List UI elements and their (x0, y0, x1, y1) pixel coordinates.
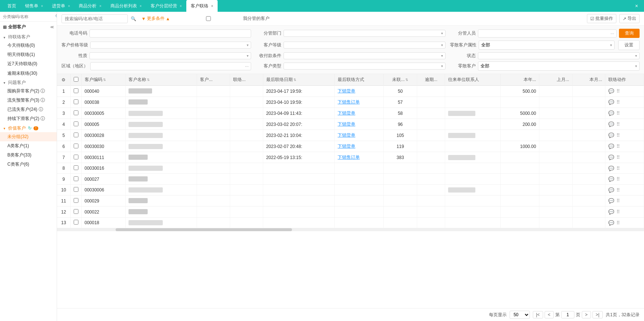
last-way-link[interactable]: 下销货单 (338, 88, 355, 94)
call-icon[interactable]: 💬 (608, 133, 614, 138)
menu-icon[interactable]: ⠿ (616, 209, 620, 215)
menu-icon[interactable]: ⠿ (616, 121, 620, 127)
menu-icon[interactable]: ⠿ (616, 198, 620, 204)
phone-input[interactable] (89, 29, 251, 38)
reset-btn[interactable]: 设置 (618, 40, 640, 50)
row-checkbox[interactable] (74, 133, 78, 137)
cust-type-select[interactable]: ▾ (284, 63, 445, 70)
more-icon[interactable]: ··· (610, 31, 614, 36)
call-icon[interactable]: 💬 (608, 187, 614, 193)
menu-icon[interactable]: ⠿ (616, 144, 620, 149)
nav-purchase[interactable]: 进货单 × (47, 0, 74, 12)
status-select[interactable]: ▾ (478, 52, 640, 59)
search-input[interactable] (61, 14, 128, 23)
menu-icon[interactable]: ⠿ (616, 110, 620, 116)
last-way-link[interactable]: 下销货单 (338, 121, 355, 127)
close-cc-icon[interactable]: × (211, 4, 213, 8)
sidebar-item-churn-warning[interactable]: 流失预警客户(3) ⓘ (0, 96, 57, 105)
dept-select[interactable]: ▾ (284, 30, 445, 37)
close-pa-icon[interactable]: × (99, 4, 102, 8)
gender-select[interactable]: ▾ (89, 52, 251, 59)
row-checkbox[interactable] (74, 176, 78, 181)
export-btn[interactable]: ↗ 导出 (619, 14, 640, 23)
th-name[interactable]: 客户名称⇅ (126, 74, 197, 86)
row-checkbox[interactable] (74, 187, 78, 192)
last-page-btn[interactable]: >| (592, 311, 603, 318)
menu-icon[interactable]: ⠿ (616, 133, 620, 138)
refresh-value-icon[interactable]: ↻ (28, 126, 32, 131)
th-uncontact[interactable]: 未联...⇅ (383, 74, 417, 86)
sidebar-item-7days[interactable]: 近7天待联络(0) (0, 59, 57, 68)
last-way-link[interactable]: 下销售订单 (338, 99, 360, 105)
sidebar-item-today[interactable]: 今天待联络(0) (0, 41, 57, 50)
row-checkbox[interactable] (74, 220, 78, 225)
window-close-button[interactable]: × (632, 3, 641, 9)
sidebar-item-declining[interactable]: 持续下滑客户(2) ⓘ (0, 114, 57, 123)
sidebar-search-input[interactable] (3, 14, 54, 19)
sidebar-item-classC[interactable]: C类客户(6) (0, 160, 57, 169)
retail-attr-select[interactable]: 全部 ▾ (479, 40, 615, 50)
more-conditions-btn[interactable]: ▼ 更多条件 ▲ (139, 14, 172, 23)
th-settings[interactable]: ⚙ (57, 74, 70, 86)
th-last-date[interactable]: 最后联络日期⇅ (263, 74, 334, 86)
nav-product-list[interactable]: 商品分析列表 × (106, 0, 146, 12)
all-customers-header[interactable]: ⊞ 全部客户 ≪ (0, 22, 57, 32)
region-more-icon[interactable]: ··· (245, 64, 249, 69)
problem-customers-group[interactable]: 问题客户 (0, 78, 57, 87)
row-checkbox[interactable] (74, 99, 78, 104)
nav-home[interactable]: 首页 (3, 0, 21, 12)
call-icon[interactable]: 💬 (608, 155, 614, 160)
search-bar-icon[interactable]: 🔍 (131, 16, 136, 21)
call-icon[interactable]: 💬 (608, 144, 614, 149)
person-select[interactable]: ··· (478, 29, 617, 38)
close-sales-icon[interactable]: × (41, 4, 43, 8)
my-customers-check[interactable] (175, 16, 242, 21)
th-code[interactable]: 客户编码⇅ (81, 74, 126, 86)
row-checkbox[interactable] (74, 155, 78, 159)
row-checkbox[interactable] (74, 88, 78, 93)
close-purchase-icon[interactable]: × (68, 4, 70, 8)
menu-icon[interactable]: ⠿ (616, 187, 620, 193)
horizontal-scrollbar[interactable] (57, 228, 644, 231)
nav-product-analysis[interactable]: 商品分析 × (74, 0, 106, 12)
batch-op-btn[interactable]: ☑ 批量操作 (587, 14, 616, 23)
call-icon[interactable]: 💬 (608, 110, 614, 116)
pending-contact-group[interactable]: 待联络客户 (0, 32, 57, 41)
prev-page-btn[interactable]: < (545, 311, 554, 318)
per-page-select[interactable]: 50 100 200 (510, 311, 530, 319)
region-select[interactable]: ··· (90, 62, 251, 70)
cust-grade-select[interactable]: ▾ (284, 42, 445, 49)
last-way-link[interactable]: 下销货单 (338, 110, 355, 116)
my-customers-checkbox[interactable]: 我分管的客户 (175, 15, 270, 22)
collapse-icon[interactable]: ≪ (50, 25, 54, 29)
row-checkbox[interactable] (74, 144, 78, 148)
retail-cust-select[interactable]: 全部 ▾ (478, 61, 640, 71)
page-number-input[interactable] (561, 311, 574, 318)
sidebar-item-overdue[interactable]: 逾期未联络(30) (0, 69, 57, 78)
call-icon[interactable]: 💬 (608, 88, 614, 94)
menu-icon[interactable]: ⠿ (616, 220, 620, 226)
call-icon[interactable]: 💬 (608, 166, 614, 171)
scrollbar-thumb[interactable] (116, 228, 292, 231)
sidebar-item-ungrouped[interactable]: 未分组(32) (0, 132, 57, 141)
row-checkbox[interactable] (74, 121, 78, 126)
next-page-btn[interactable]: > (582, 311, 591, 318)
menu-icon[interactable]: ⠿ (616, 88, 620, 94)
row-checkbox[interactable] (74, 198, 78, 203)
sidebar-item-classB[interactable]: B类客户(33) (0, 151, 57, 160)
call-icon[interactable]: 💬 (608, 198, 614, 204)
select-all-checkbox[interactable] (74, 77, 78, 82)
sidebar-item-churned[interactable]: 已流失客户(24) ⓘ (0, 105, 57, 114)
row-checkbox[interactable] (74, 209, 78, 214)
last-way-link[interactable]: 下销售订单 (338, 155, 360, 160)
row-checkbox[interactable] (74, 165, 78, 170)
pay-select[interactable]: ▾ (284, 52, 445, 59)
sidebar-item-abnormal[interactable]: 囤购异常客户(2) ⓘ (0, 87, 57, 96)
nav-customer-contact[interactable]: 客户联络 × (186, 0, 218, 12)
close-ct-icon[interactable]: × (180, 4, 182, 8)
first-page-btn[interactable]: |< (533, 311, 543, 318)
sidebar-item-classA[interactable]: A类客户(1) (0, 141, 57, 151)
call-icon[interactable]: 💬 (608, 220, 614, 226)
sidebar-item-tomorrow[interactable]: 明天待联络(1) (0, 50, 57, 59)
call-icon[interactable]: 💬 (608, 99, 614, 105)
